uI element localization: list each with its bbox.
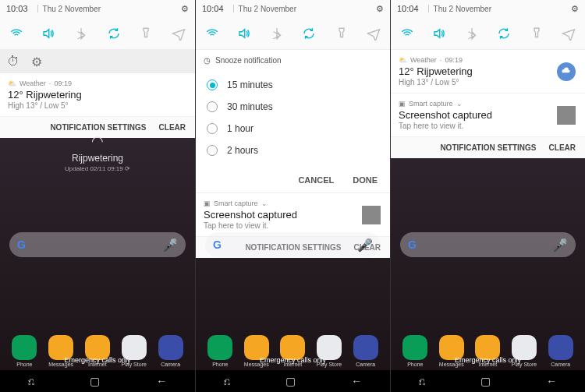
weather-notification[interactable]: ⛅Weather · 09:19 12° Rijpwetering High 1… [0,73,195,117]
snooze-option-15[interactable]: 15 minutes [204,74,382,96]
cloud-icon [557,62,576,81]
settings-gear-icon[interactable]: ⚙ [376,4,384,14]
google-search-bar[interactable]: G 🎤 [400,232,576,257]
airplane-icon[interactable] [561,26,576,41]
radio-icon [207,123,218,134]
back-button[interactable]: ← [156,375,167,387]
google-search-bar[interactable]: G 🎤 [9,232,186,257]
recents-button[interactable]: ⎌ [28,375,34,387]
navbar: ⎌ ▢ ← [196,370,390,392]
mic-icon[interactable]: 🎤 [552,238,568,253]
clear-button[interactable]: CLEAR [159,123,186,132]
screenshot-thumb[interactable] [362,206,381,224]
recents-button[interactable]: ⎌ [419,375,425,387]
radio-icon [207,79,218,90]
google-logo-icon: G [408,238,417,251]
snooze-options: 15 minutes 30 minutes 1 hour 2 hours [196,71,390,168]
quick-settings [0,17,195,50]
panel-header-icons: ⏱ ⚙ [0,50,195,73]
widget-icon: ◠ [65,132,130,150]
flashlight-icon[interactable] [334,26,349,41]
back-button[interactable]: ← [351,375,362,387]
snooze-icon: ◷ [204,56,211,65]
bluetooth-icon[interactable] [269,26,285,41]
mic-icon[interactable]: 🎤 [357,238,373,253]
flashlight-icon[interactable] [138,26,154,41]
cancel-button[interactable]: CANCEL [298,175,334,185]
rotate-icon[interactable] [106,26,122,41]
app-phone[interactable]: Phone [207,335,232,367]
app-camera[interactable]: Camera [548,335,573,367]
status-time: 10:04 [397,4,419,13]
phone-screen-1: 10:03 Thu 2 November ⚙ ⏱ ⚙ ⛅Weather · 09… [0,0,195,392]
wifi-icon[interactable] [204,26,220,41]
google-logo-icon: G [17,238,26,251]
google-search-bar[interactable]: G 🎤 [205,232,381,257]
weather-app-icon: ⛅ [399,56,407,64]
navbar: ⎌ ▢ ← [391,370,585,392]
sound-icon[interactable] [41,26,56,41]
quick-settings [196,17,390,50]
weather-app-icon: ⛅ [8,79,16,87]
sound-icon[interactable] [431,26,447,41]
clear-button[interactable]: CLEAR [549,143,576,152]
notification-panel: ⛅Weather · 09:19 12° Rijpwetering High 1… [391,50,585,158]
home-button[interactable]: ▢ [285,375,296,387]
weather-notification[interactable]: ⛅Weather · 09:19 12° Rijpwetering High 1… [391,50,585,94]
app-phone[interactable]: Phone [402,335,427,367]
weather-widget[interactable]: ◠ Rijpwetering Updated 02/11 09:19 ⟳ [65,132,130,172]
done-button[interactable]: DONE [353,175,378,185]
emergency-text: Emergency calls only [260,356,326,364]
snooze-option-30[interactable]: 30 minutes [204,96,382,118]
statusbar: 10:04 Thu 2 November ⚙ [196,0,390,17]
bluetooth-icon[interactable] [464,26,480,41]
emergency-text: Emergency calls only [64,356,130,364]
status-time: 10:04 [202,4,224,13]
status-date: Thu 2 November [434,5,491,13]
home-button[interactable]: ▢ [480,375,491,387]
mic-icon[interactable]: 🎤 [162,238,178,253]
panel-actions: NOTIFICATION SETTINGS CLEAR [391,137,585,158]
notification-panel: ◷ Snooze notification 15 minutes 30 minu… [196,50,390,258]
screenshot-notification[interactable]: ▣Smart capture ⌄ Screenshot captured Tap… [391,94,585,137]
status-time: 10:03 [6,4,28,13]
settings-gear-icon[interactable]: ⚙ [181,4,189,14]
screenshot-thumb[interactable] [557,106,576,125]
rotate-icon[interactable] [301,26,317,41]
snooze-option-1h[interactable]: 1 hour [204,118,382,139]
home-button[interactable]: ▢ [90,375,100,387]
airplane-icon[interactable] [171,26,186,41]
radio-icon [207,145,218,156]
settings-gear-icon[interactable]: ⚙ [571,4,579,14]
back-button[interactable]: ← [546,375,557,387]
sound-icon[interactable] [236,26,252,41]
airplane-icon[interactable] [366,26,381,41]
snooze-actions: CANCEL DONE [196,168,390,193]
wifi-icon[interactable] [9,26,24,41]
status-date: Thu 2 November [43,5,101,13]
app-camera[interactable]: Camera [353,335,378,367]
wifi-icon[interactable] [399,26,415,41]
flashlight-icon[interactable] [529,26,544,41]
app-phone[interactable]: Phone [12,335,37,367]
bluetooth-icon[interactable] [73,26,89,41]
gear-icon[interactable]: ⚙ [30,55,44,69]
radio-icon [207,101,218,112]
snooze-option-2h[interactable]: 2 hours [204,139,382,161]
google-logo-icon: G [213,238,222,251]
app-camera[interactable]: Camera [158,335,183,367]
recents-button[interactable]: ⎌ [224,375,230,387]
chevron-down-icon[interactable]: ⌄ [456,100,463,108]
screenshot-notification[interactable]: ▣Smart capture ⌄ Screenshot captured Tap… [196,193,390,237]
status-date: Thu 2 November [239,5,296,13]
quick-settings [391,17,585,50]
notification-settings-button[interactable]: NOTIFICATION SETTINGS [50,123,146,132]
chevron-down-icon[interactable]: ⌄ [261,200,268,207]
phone-screen-2: 10:04 Thu 2 November ⚙ ◷ Snooze notifica… [195,0,390,392]
notification-settings-button[interactable]: NOTIFICATION SETTINGS [440,143,536,152]
rotate-icon[interactable] [496,26,512,41]
statusbar: 10:03 Thu 2 November ⚙ [0,0,195,17]
capture-icon: ▣ [204,200,211,207]
emergency-text: Emergency calls only [455,356,521,364]
snooze-icon[interactable]: ⏱ [6,55,20,69]
